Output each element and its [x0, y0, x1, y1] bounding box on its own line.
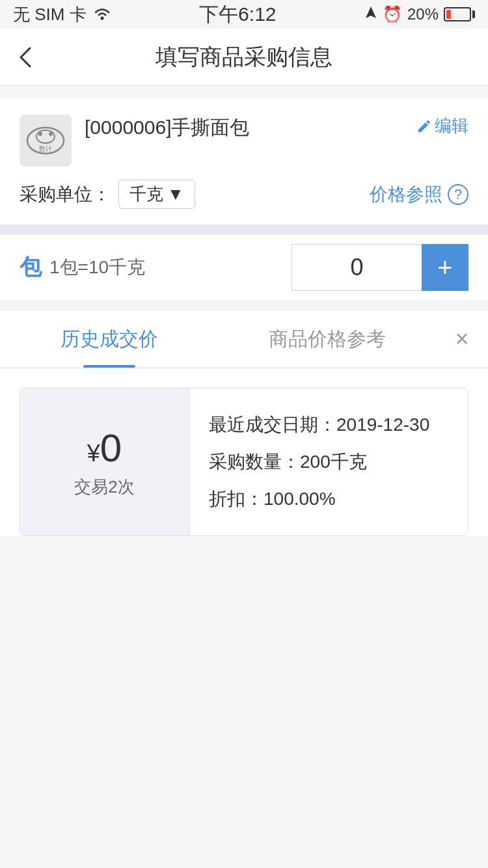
- dropdown-arrow-icon: ▼: [167, 184, 184, 204]
- history-price-summary: ¥0 交易2次: [20, 388, 189, 536]
- unit-label: 采购单位：: [20, 182, 111, 207]
- product-name: [0000006]手撕面包: [85, 116, 249, 138]
- discount-value: 100.00%: [264, 489, 336, 509]
- price-ref-help-icon: ?: [448, 184, 468, 205]
- unit-value: 千克: [129, 183, 163, 206]
- page-title: 填写商品采购信息: [156, 42, 332, 72]
- history-price: ¥0: [87, 426, 122, 470]
- status-right: ⏰ 20%: [364, 5, 475, 23]
- edit-button[interactable]: 编辑: [416, 115, 468, 137]
- currency-symbol: ¥: [87, 440, 100, 467]
- tab-history-price[interactable]: 历史成交价: [0, 310, 218, 368]
- date-label: 最近成交日期：: [209, 414, 336, 435]
- battery-icon: [444, 7, 475, 21]
- quantity-unit-conversion: 1包=10千克: [49, 255, 145, 280]
- tabs-panel: 历史成交价 商品价格参考 × ¥0 交易2次 最近成交日期：2019-12-30…: [0, 310, 488, 536]
- quantity-label: 包 1包=10千克: [20, 252, 145, 282]
- product-card: 数计 [0000006]手撕面包 编辑 采购单位： 千克 ▼ 价格参照 ?: [0, 99, 488, 224]
- battery-percent: 20%: [407, 5, 439, 23]
- price-reference-button[interactable]: 价格参照 ?: [370, 182, 468, 207]
- unit-dropdown[interactable]: 千克 ▼: [118, 180, 195, 209]
- svg-point-2: [36, 130, 55, 143]
- tabs-header: 历史成交价 商品价格参考 ×: [0, 310, 488, 368]
- history-details: 最近成交日期：2019-12-30 采购数量：200千克 折扣：100.00%: [189, 388, 468, 536]
- tab-price-reference[interactable]: 商品价格参考: [218, 310, 436, 368]
- plus-icon: +: [437, 253, 452, 282]
- history-date-row: 最近成交日期：2019-12-30: [209, 412, 448, 437]
- quantity-plus-button[interactable]: +: [422, 244, 468, 291]
- status-left: 无 SIM 卡: [13, 3, 111, 26]
- product-left: 数计 [0000006]手撕面包: [20, 115, 416, 167]
- discount-label: 折扣：: [209, 489, 264, 509]
- quantity-row: 包 1包=10千克 +: [0, 235, 488, 300]
- date-value: 2019-12-30: [336, 414, 429, 435]
- tab-active-indicator: [83, 365, 135, 368]
- history-quantity-row: 采购数量：200千克: [209, 449, 448, 474]
- quantity-input[interactable]: [291, 244, 422, 291]
- wifi-icon: [93, 5, 111, 25]
- unit-left: 采购单位： 千克 ▼: [20, 180, 195, 209]
- product-top-row: 数计 [0000006]手撕面包 编辑: [20, 115, 468, 167]
- tab-close-button[interactable]: ×: [436, 310, 488, 368]
- price-value: 0: [100, 426, 122, 470]
- history-card: ¥0 交易2次 最近成交日期：2019-12-30 采购数量：200千克 折扣：…: [20, 388, 468, 536]
- trade-count: 交易2次: [74, 476, 134, 498]
- section-divider: [0, 224, 488, 235]
- product-logo: 数计: [20, 115, 72, 167]
- price-ref-label: 价格参照: [370, 182, 442, 207]
- quantity-input-group: +: [291, 244, 468, 291]
- quantity-unit-main: 包: [20, 252, 42, 282]
- svg-point-3: [38, 132, 42, 136]
- status-bar: 无 SIM 卡 下午6:12 ⏰ 20%: [0, 0, 488, 29]
- carrier-text: 无 SIM 卡: [13, 3, 87, 26]
- product-info: [0000006]手撕面包: [85, 115, 416, 141]
- close-icon: ×: [455, 325, 468, 353]
- page-header: 填写商品采购信息: [0, 29, 488, 86]
- back-button[interactable]: [16, 43, 34, 72]
- svg-point-0: [100, 16, 103, 20]
- bottom-area: [0, 556, 488, 816]
- history-discount-row: 折扣：100.00%: [209, 486, 448, 511]
- product-unit-row: 采购单位： 千克 ▼ 价格参照 ?: [20, 180, 468, 209]
- edit-label: 编辑: [435, 115, 468, 137]
- alarm-icon: ⏰: [383, 5, 402, 23]
- svg-point-4: [49, 132, 53, 136]
- svg-text:数计: 数计: [39, 145, 52, 152]
- tab-price-reference-label: 商品价格参考: [269, 326, 386, 353]
- quantity-value: 200千克: [300, 452, 367, 472]
- status-time: 下午6:12: [199, 1, 276, 28]
- quantity-label-text: 采购数量：: [209, 452, 300, 472]
- tab-history-price-label: 历史成交价: [61, 326, 158, 353]
- location-icon: [364, 5, 377, 23]
